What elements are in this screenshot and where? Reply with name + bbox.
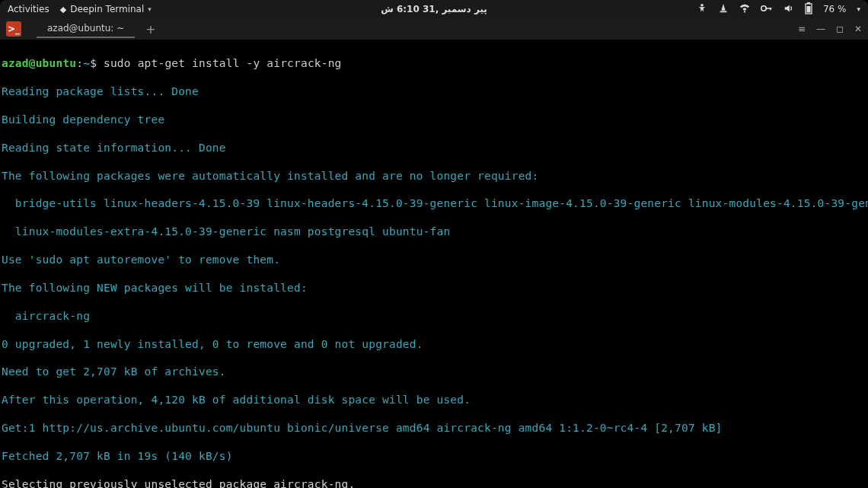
svg-point-1 bbox=[744, 11, 745, 12]
close-button[interactable]: ✕ bbox=[854, 24, 862, 34]
system-menu-chevron-icon[interactable]: ▾ bbox=[857, 5, 860, 13]
output-line: The following NEW packages will be insta… bbox=[2, 281, 866, 295]
output-line: After this operation, 4,120 kB of additi… bbox=[2, 393, 866, 407]
vpn-key-icon[interactable] bbox=[761, 3, 773, 16]
output-line: 0 upgraded, 1 newly installed, 0 to remo… bbox=[2, 337, 866, 351]
output-line: Fetched 2,707 kB in 19s (140 kB/s) bbox=[2, 449, 866, 463]
output-line: Need to get 2,707 kB of archives. bbox=[2, 365, 866, 378]
output-line: Get:1 http://us.archive.ubuntu.com/ubunt… bbox=[2, 421, 866, 435]
prompt-user: azad bbox=[2, 57, 29, 69]
new-tab-button[interactable]: + bbox=[145, 22, 155, 37]
activities-button[interactable]: Activities bbox=[8, 4, 49, 14]
output-line: Building dependency tree bbox=[2, 113, 866, 126]
battery-icon[interactable] bbox=[805, 2, 812, 17]
prompt-host: ubuntu bbox=[36, 57, 77, 69]
output-line: Reading package lists... Done bbox=[2, 85, 866, 98]
minimize-button[interactable]: — bbox=[816, 24, 825, 34]
maximize-button[interactable]: ◻ bbox=[836, 24, 844, 34]
prompt-line-1: azad@ubuntu:~$ sudo apt-get install -y a… bbox=[2, 56, 866, 70]
command-text: sudo apt-get install -y aircrack-ng bbox=[97, 57, 341, 69]
svg-rect-7 bbox=[806, 6, 810, 13]
terminal-body[interactable]: azad@ubuntu:~$ sudo apt-get install -y a… bbox=[0, 40, 868, 488]
svg-point-0 bbox=[700, 3, 704, 6]
output-line: Use 'sudo apt autoremove' to remove them… bbox=[2, 253, 866, 266]
output-line: bridge-utils linux-headers-4.15.0-39 lin… bbox=[2, 196, 866, 210]
prompt-path: ~ bbox=[83, 57, 90, 69]
svg-point-2 bbox=[761, 5, 766, 10]
terminal-small-icon: ◆ bbox=[60, 5, 66, 14]
vlc-tray-icon[interactable] bbox=[718, 3, 729, 16]
svg-rect-4 bbox=[770, 8, 771, 10]
output-line: The following packages were automaticall… bbox=[2, 169, 866, 183]
terminal-app-icon: >_ bbox=[6, 21, 21, 37]
app-menu-label: Deepin Terminal bbox=[70, 4, 144, 14]
accessibility-icon[interactable] bbox=[697, 3, 707, 16]
app-menu[interactable]: ◆ Deepin Terminal bbox=[60, 4, 152, 14]
output-line: aircrack-ng bbox=[2, 309, 866, 323]
battery-percent: 76 % bbox=[823, 4, 847, 14]
wifi-icon[interactable] bbox=[739, 3, 750, 16]
clock[interactable]: پیر دسمبر ,31 6:10 ش bbox=[381, 4, 487, 14]
output-line: Selecting previously unselected package … bbox=[2, 477, 866, 488]
output-line: Reading state information... Done bbox=[2, 141, 866, 155]
volume-icon[interactable] bbox=[783, 3, 794, 16]
terminal-tab[interactable]: azad@ubuntu: ~ bbox=[37, 20, 135, 38]
hamburger-menu-icon[interactable]: ≡ bbox=[798, 24, 806, 34]
output-line: linux-modules-extra-4.15.0-39-generic na… bbox=[2, 225, 866, 238]
window-titlebar: >_ azad@ubuntu: ~ + ≡ — ◻ ✕ bbox=[0, 18, 868, 40]
gnome-topbar: Activities ◆ Deepin Terminal پیر دسمبر ,… bbox=[0, 0, 868, 18]
